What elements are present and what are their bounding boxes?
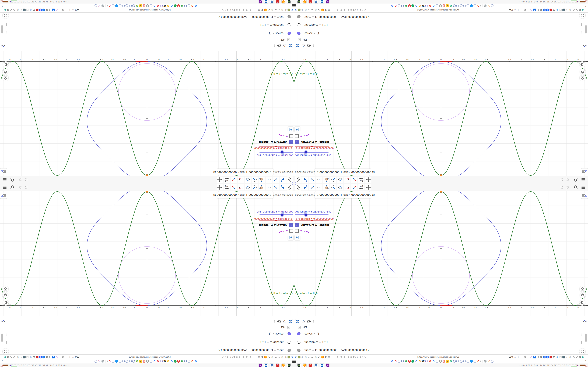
google-favicon[interactable]: G: [418, 4, 421, 7]
collapse-button[interactable]: −: [298, 38, 301, 41]
google-favicon[interactable]: G: [167, 360, 170, 363]
oval-icon[interactable]: [536, 8, 539, 11]
graphics-stylebar-button[interactable]: [581, 168, 588, 174]
curvature-point[interactable]: [440, 191, 442, 192]
chevron-up-icon[interactable]: ^: [585, 360, 587, 362]
slider-tool-button[interactable]: a=2: [224, 177, 230, 183]
curve-point[interactable]: [440, 305, 442, 306]
fx-icon[interactable]: fx: [301, 319, 306, 324]
object-visibility-marker[interactable]: [287, 23, 291, 26]
fullscreen-button[interactable]: [3, 349, 9, 354]
list-group-row[interactable]: − List: [294, 37, 588, 42]
globe-icon[interactable]: ⊕: [258, 356, 260, 359]
status-dot-icon[interactable]: [4, 356, 6, 358]
google-favicon[interactable]: G: [415, 360, 418, 363]
yandex-favicon[interactable]: Я: [408, 360, 411, 363]
polygon-tool-button[interactable]: [259, 177, 265, 183]
polygon-tool-button[interactable]: [259, 184, 265, 190]
google-favicon[interactable]: G: [136, 360, 138, 363]
monitor-taskbar-app[interactable]: [314, 0, 318, 3]
monitor-taskbar-app[interactable]: [314, 364, 318, 367]
knot-favicon[interactable]: [467, 4, 469, 7]
arc-length-slider-knob[interactable]: [304, 151, 307, 153]
tray-expander-icon[interactable]: ^^: [68, 1, 69, 3]
google-favicon[interactable]: G: [108, 360, 111, 363]
bookmark-star-icon[interactable]: ☆: [68, 356, 71, 359]
google-favicon[interactable]: G: [450, 360, 452, 363]
knot-favicon[interactable]: [112, 4, 114, 7]
chevron-up-icon[interactable]: ^: [585, 5, 587, 7]
google-favicon[interactable]: G: [405, 360, 407, 363]
wrench-icon[interactable]: [318, 356, 320, 359]
fullscreen-button[interactable]: [579, 13, 585, 18]
dot-small-icon[interactable]: [336, 8, 339, 11]
reflect-tool-button[interactable]: [351, 184, 357, 190]
folder-icon[interactable]: [232, 356, 235, 359]
play-step-button[interactable]: [288, 127, 294, 132]
monitor-taskbar-app[interactable]: [270, 364, 274, 367]
globe-icon[interactable]: ⊕: [304, 356, 307, 359]
plus-icon[interactable]: +: [42, 8, 45, 11]
line-tool-button[interactable]: [273, 177, 279, 183]
mask-taskbar-app[interactable]: ◉: [258, 364, 262, 367]
menu-icon[interactable]: [581, 185, 586, 190]
shield-icon[interactable]: [225, 356, 228, 359]
line-tool-button[interactable]: [273, 184, 279, 190]
lock-icon[interactable]: [222, 8, 225, 11]
f-favicon[interactable]: f: [487, 4, 490, 7]
plus-icon[interactable]: +: [543, 356, 546, 359]
play-step-button[interactable]: [288, 235, 294, 240]
terminal-taskbar-app[interactable]: ▤: [287, 364, 291, 367]
collapse-button[interactable]: −: [298, 326, 301, 329]
curvature-point[interactable]: [146, 175, 148, 176]
knot-favicon[interactable]: [95, 360, 97, 363]
wikipedia-favicon[interactable]: W: [422, 360, 424, 363]
home-button[interactable]: [3, 286, 9, 292]
knot-favicon[interactable]: [129, 360, 132, 363]
google-favicon[interactable]: G: [429, 4, 432, 7]
kebab-menu-icon[interactable]: [274, 43, 275, 47]
algebra-row[interactable]: funcNames = {" "}: [0, 338, 294, 346]
f-favicon[interactable]: f: [98, 4, 101, 7]
folder-icon[interactable]: [232, 8, 235, 11]
bird-favicon[interactable]: ♦: [174, 4, 177, 7]
globe-icon[interactable]: ⊕: [556, 8, 559, 11]
f-favicon[interactable]: f: [487, 360, 490, 363]
list-group-row[interactable]: − List: [294, 325, 588, 330]
object-visibility-marker[interactable]: [287, 332, 291, 335]
conic-tool-button[interactable]: [337, 177, 343, 183]
globe-icon[interactable]: ⊕: [258, 8, 260, 11]
curvature-point[interactable]: [146, 191, 148, 192]
undo-icon[interactable]: [24, 177, 28, 182]
lock-icon[interactable]: [363, 8, 366, 11]
pin-icon[interactable]: [291, 356, 294, 359]
arrow-left-icon[interactable]: ←: [229, 8, 232, 11]
trash-icon[interactable]: [33, 8, 35, 11]
shield-icon[interactable]: [566, 8, 569, 11]
gear-icon[interactable]: [277, 319, 281, 324]
reflect-tool-button[interactable]: [231, 184, 237, 190]
tracing-checkbox[interactable]: [295, 134, 299, 138]
gear-icon[interactable]: [324, 356, 327, 359]
blue-dot-favicon[interactable]: [470, 4, 473, 7]
reader-mode-icon[interactable]: A: [514, 8, 516, 11]
status-dot-icon[interactable]: [582, 356, 584, 358]
knot-favicon[interactable]: [456, 360, 459, 363]
wrench-icon[interactable]: [268, 356, 270, 359]
thumb-icon[interactable]: [13, 356, 16, 359]
move-tool-button[interactable]: [295, 177, 301, 183]
image-favicon[interactable]: ▲: [139, 360, 142, 363]
home-button[interactable]: [579, 286, 585, 292]
circle-tool-button[interactable]: [330, 184, 336, 190]
shield-icon[interactable]: [360, 8, 363, 11]
gauge-icon[interactable]: [277, 8, 280, 11]
info-favicon[interactable]: i: [439, 360, 442, 363]
algebra-row[interactable]: funcs = {1.000000000000 + cos(4.00000000…: [0, 13, 294, 21]
point-tool-button[interactable]: A: [302, 184, 308, 190]
wrench-icon[interactable]: [10, 8, 13, 11]
yandex-favicon[interactable]: Я: [177, 4, 180, 7]
gear-icon[interactable]: [277, 43, 281, 48]
graphics-stylebar-button[interactable]: [0, 168, 7, 174]
google-favicon[interactable]: G: [191, 4, 194, 7]
object-visibility-marker[interactable]: [287, 349, 291, 352]
